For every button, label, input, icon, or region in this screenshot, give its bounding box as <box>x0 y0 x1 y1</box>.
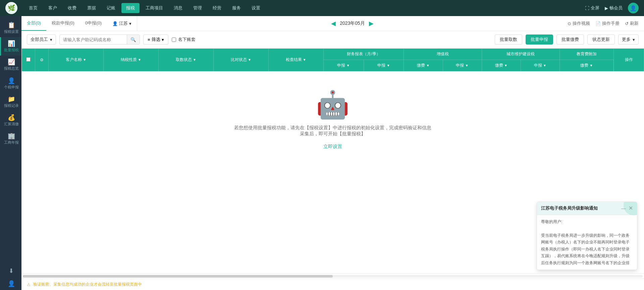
customer-name-filter-icon[interactable]: ▼ <box>83 58 86 62</box>
notification-text: 尊敬的用户: 受当前电子税务局进一步升级的影响，同一个政务网账号（办税人）名下的… <box>541 219 630 265</box>
avatar[interactable]: 👤 <box>628 3 639 13</box>
sidebar-item-annual-report[interactable]: 🏢 工商年报 <box>0 130 21 148</box>
top-nav: 🌿 首页 客户 收费 票据 记账 报税 工商项目 消息 管理 经营 服务 设置 … <box>0 0 644 16</box>
nav-item-message[interactable]: 消息 <box>169 3 187 13</box>
empty-state: 🤖 若您想使用批量报税功能，请先在【报税设置】中进行报税的初始化设置，完成密码验… <box>21 71 644 170</box>
employee-dropdown-icon: ▾ <box>50 37 52 42</box>
sidebar-item-annual-settle[interactable]: 💰 汇算清缴 <box>0 111 21 130</box>
setup-link[interactable]: 立即设置 <box>323 144 342 150</box>
edu-declare-filter-icon[interactable]: ▼ <box>543 64 546 67</box>
horizontal-scroll[interactable] <box>21 273 644 279</box>
batch-tax-icon: 📊 <box>8 41 15 47</box>
th-fetch-status: 取数状态 ▼ <box>158 49 213 71</box>
nav-item-operation[interactable]: 经营 <box>208 3 226 13</box>
date-label: 2023年05月 <box>340 20 365 26</box>
check-result-filter-icon[interactable]: ▼ <box>303 58 306 62</box>
city-declare-filter-icon[interactable]: ▼ <box>465 64 469 67</box>
more-btn[interactable]: 更多 ▾ <box>618 34 639 45</box>
tab-all[interactable]: 全部(0) <box>21 16 46 31</box>
vat-pay-filter-icon[interactable]: ▼ <box>426 64 430 67</box>
sidebar-item-tax-records[interactable]: 📁 报税记录 <box>0 93 21 111</box>
manual-action[interactable]: 📄 操作手册 <box>595 20 620 26</box>
region-selector[interactable]: 👤 江苏 ▾ <box>107 16 137 31</box>
more-chevron-icon: ▾ <box>633 37 635 42</box>
nav-item-manage[interactable]: 管理 <box>189 3 207 13</box>
sidebar-item-tax-settings[interactable]: 📋 报税设置 <box>0 19 21 37</box>
member-icon: ▶ <box>605 6 608 11</box>
th-financial-declare: 申报 ▼ <box>323 60 364 71</box>
video-action[interactable]: ⊙ 操作视频 <box>568 20 590 26</box>
filter-icon: ≡ <box>148 37 150 42</box>
select-all-checkbox[interactable] <box>26 57 31 62</box>
annual-settle-icon: 💰 <box>8 115 15 121</box>
video-icon: ⊙ <box>568 21 571 26</box>
th-city-maintenance: 城市维护建设税 <box>482 49 559 60</box>
download-icon: ⬇ <box>9 268 14 274</box>
th-edu-pay: 缴费 ▼ <box>559 60 613 71</box>
refresh-action[interactable]: ↺ 刷新 <box>625 20 639 26</box>
th-city-declare: 申报 ▼ <box>443 60 482 71</box>
nav-item-customer[interactable]: 客户 <box>44 3 62 13</box>
tax-records-icon: 📁 <box>8 96 15 102</box>
edu-pay-filter-icon[interactable]: ▼ <box>590 64 593 67</box>
empty-text: 若您想使用批量报税功能，请先在【报税设置】中进行报税的初始化设置，完成密码验证和… <box>232 125 433 137</box>
th-education-surcharge: 教育费附加 <box>559 49 613 60</box>
employee-label: 全部员工 <box>31 37 48 43</box>
scroll-thumb <box>23 275 333 278</box>
city-pay-filter-icon[interactable]: ▼ <box>504 64 507 67</box>
employee-select[interactable]: 全部员工 ▾ <box>27 34 56 45</box>
tax-nature-filter-icon[interactable]: ▼ <box>138 58 141 62</box>
sidebar-item-batch-tax[interactable]: 📊 批量报税 <box>0 37 21 56</box>
tabs-left: 全部(0) 税款申报(0) 0申报(0) 👤 江苏 ▾ <box>21 16 137 31</box>
user-icon: 👤 <box>8 281 15 287</box>
status-update-btn[interactable]: 状态更新 <box>587 34 615 45</box>
sidebar-item-download[interactable]: ⬇ <box>0 265 21 277</box>
search-button[interactable]: 🔍 <box>127 35 140 44</box>
batch-pay-btn[interactable]: 批量缴费 <box>556 34 584 45</box>
vat-declare-filter-icon[interactable]: ▼ <box>387 64 390 67</box>
search-box: 🔍 <box>59 34 140 45</box>
nav-item-business[interactable]: 工商项目 <box>141 3 168 13</box>
nav-item-fee[interactable]: 收费 <box>63 3 81 13</box>
filter-bar: 全部员工 ▾ 🔍 ≡ 筛选 ▾ 名下账套 批量取数 批量申报 批量缴费 <box>21 31 644 48</box>
sidebar-item-user[interactable]: 👤 <box>0 277 21 290</box>
nav-date-bar: 全部(0) 税款申报(0) 0申报(0) 👤 江苏 ▾ ◀ 2023年05月 ▶ <box>21 16 644 31</box>
tax-overview-icon: 📈 <box>8 59 15 65</box>
fullscreen-btn[interactable]: ⛶ 全屏 <box>585 5 599 11</box>
tab-zero-declare[interactable]: 0申报(0) <box>80 16 107 31</box>
nav-item-invoice[interactable]: 票据 <box>83 3 101 13</box>
nav-item-service[interactable]: 服务 <box>227 3 246 13</box>
batch-declare-btn[interactable]: 批量申报 <box>526 34 553 45</box>
date-next-btn[interactable]: ▶ <box>369 20 374 27</box>
batch-fetch-btn[interactable]: 批量取数 <box>495 34 522 45</box>
th-tax-nature: 纳税性质 ▼ <box>103 49 158 71</box>
nav-item-settings[interactable]: 设置 <box>247 3 265 13</box>
tab-tax-declare[interactable]: 税款申报(0) <box>46 16 80 31</box>
popup-corner-decoration <box>617 202 637 215</box>
annual-report-icon: 🏢 <box>8 133 15 139</box>
fin-declare-filter-icon[interactable]: ▼ <box>346 64 350 67</box>
member-btn[interactable]: ▶ 畅会员 <box>605 5 623 11</box>
nav-item-bookkeeping[interactable]: 记账 <box>102 3 120 13</box>
checkbox-label[interactable]: 名下账套 <box>172 37 196 43</box>
search-input[interactable] <box>60 36 127 44</box>
bottom-warning-text: 验证账密、采集信息均成功的企业才会流转至批量报税页面中 <box>33 282 142 287</box>
sidebar-item-personal-tax[interactable]: 👤 个税申报 <box>0 74 21 93</box>
compare-status-filter-icon[interactable]: ▼ <box>248 58 251 62</box>
robot-illustration: 🤖 <box>316 91 350 118</box>
sidebar: 📋 报税设置 📊 批量报税 📈 报税总览 👤 个税申报 📁 报税记录 💰 汇算清… <box>0 16 21 290</box>
nav-item-tax[interactable]: 报税 <box>121 3 140 13</box>
date-nav: ◀ 2023年05月 ▶ <box>137 20 568 27</box>
chevron-down-icon: ▾ <box>129 21 131 26</box>
fetch-status-filter-icon[interactable]: ▼ <box>193 58 196 62</box>
suites-checkbox[interactable] <box>172 38 176 42</box>
date-prev-btn[interactable]: ◀ <box>331 20 336 27</box>
sidebar-item-tax-overview[interactable]: 📈 报税总览 <box>0 56 21 74</box>
filter-button[interactable]: ≡ 筛选 ▾ <box>143 34 168 45</box>
warning-icon: ⚠ <box>27 282 31 287</box>
th-operation: 操作 <box>614 49 644 71</box>
nav-item-home[interactable]: 首页 <box>24 3 42 13</box>
data-table: ⚙ 客户名称 ▼ 纳税性质 ▼ 取数状态 ▼ 比对状态 ▼ <box>21 48 644 71</box>
sidebar-bottom: ⬇ 👤 <box>0 265 21 290</box>
th-settings: ⚙ <box>35 49 49 71</box>
